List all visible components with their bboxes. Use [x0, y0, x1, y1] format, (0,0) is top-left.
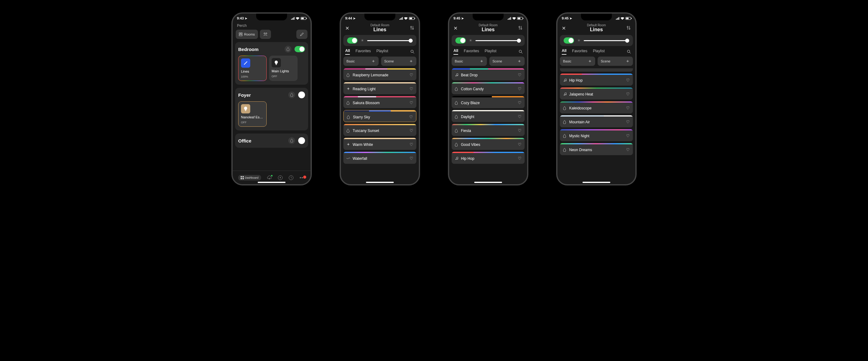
heart-icon[interactable]: ♡: [626, 106, 630, 110]
brightness-slider[interactable]: [584, 40, 629, 41]
search-icon[interactable]: [627, 50, 631, 54]
heart-icon[interactable]: ♡: [518, 73, 522, 77]
scene-item[interactable]: Raspberry Lemonade ♡: [343, 68, 416, 80]
close-button[interactable]: ✕: [562, 25, 566, 31]
home-indicator[interactable]: [258, 182, 285, 183]
location-icon: ➤: [569, 17, 572, 20]
room-brightness-button[interactable]: [298, 137, 305, 144]
scene-filter[interactable]: Scene＋: [489, 57, 525, 66]
tab-playlist[interactable]: Playlist: [593, 49, 605, 55]
tab-playlist[interactable]: Playlist: [485, 49, 496, 55]
scene-item[interactable]: ♡: [560, 68, 633, 72]
power-toggle[interactable]: [564, 37, 574, 43]
room-brightness-button[interactable]: [298, 92, 305, 98]
heart-icon[interactable]: ♡: [518, 142, 522, 147]
heart-icon[interactable]: ♡: [518, 87, 522, 91]
device-tile-lines[interactable]: Lines 100%: [238, 56, 267, 81]
heart-icon[interactable]: ♡: [409, 156, 413, 161]
scene-item[interactable]: Reading Light ♡: [343, 82, 416, 94]
heart-icon[interactable]: ♡: [518, 114, 522, 119]
scene-item[interactable]: Jalapeno Heat ♡: [560, 88, 633, 100]
group-button[interactable]: [260, 30, 271, 39]
home-indicator[interactable]: [474, 182, 502, 183]
heart-icon[interactable]: ♡: [626, 92, 630, 96]
color-button[interactable]: [288, 92, 295, 98]
heart-icon[interactable]: ♡: [626, 120, 630, 124]
room-office[interactable]: Office: [235, 133, 308, 148]
scene-item[interactable]: Starry Sky ♡: [343, 110, 416, 122]
scene-item[interactable]: Hip Hop ♡: [560, 73, 633, 86]
scene-item[interactable]: Kaleidoscope ♡: [560, 101, 633, 113]
home-indicator[interactable]: [366, 182, 394, 183]
scene-item[interactable]: Warm White ♡: [343, 138, 416, 150]
power-toggle[interactable]: [455, 37, 466, 43]
tab-favorites[interactable]: Favorites: [464, 49, 479, 55]
tab-favorites[interactable]: Favorites: [355, 49, 371, 55]
tab-all[interactable]: All: [454, 48, 458, 55]
heart-icon[interactable]: ♡: [626, 133, 630, 138]
scene-filter[interactable]: Scene＋: [598, 57, 633, 66]
settings-icon[interactable]: [626, 25, 631, 30]
scene-item[interactable]: Beat Drop ♡: [452, 68, 525, 80]
heart-icon[interactable]: ♡: [626, 147, 630, 152]
scene-item[interactable]: Daylight ♡: [452, 110, 525, 122]
scene-item[interactable]: Waterfall ♡: [343, 152, 416, 164]
nav-schedule[interactable]: [289, 175, 293, 180]
scene-filter[interactable]: Scene＋: [381, 57, 416, 66]
heart-icon[interactable]: ♡: [518, 100, 522, 105]
scene-list[interactable]: ♡ Hip Hop ♡ Jalapeno Heat ♡ Kaleidoscope…: [557, 68, 636, 184]
search-icon[interactable]: [519, 50, 523, 54]
heart-icon[interactable]: ♡: [409, 142, 413, 147]
tab-all[interactable]: All: [345, 48, 350, 55]
heart-icon[interactable]: ♡: [409, 115, 413, 119]
heart-icon[interactable]: ♡: [409, 128, 413, 133]
power-toggle[interactable]: [347, 37, 358, 43]
heart-icon[interactable]: ♡: [626, 78, 630, 83]
scene-item[interactable]: Tuscany Sunset ♡: [343, 124, 416, 136]
room-toggle[interactable]: [294, 46, 305, 52]
scene-item[interactable]: Hip Hop ♡: [452, 152, 525, 164]
device-tile-main-lights[interactable]: Main Lights OFF: [269, 56, 298, 81]
tab-playlist[interactable]: Playlist: [376, 49, 388, 55]
edit-button[interactable]: [296, 30, 308, 39]
basic-filter[interactable]: Basic＋: [452, 57, 487, 66]
settings-icon[interactable]: [409, 25, 414, 30]
room-bedroom[interactable]: Bedroom Lines 100%: [235, 42, 308, 85]
search-icon[interactable]: [410, 50, 414, 54]
tab-all[interactable]: All: [562, 48, 566, 55]
close-button[interactable]: ✕: [345, 25, 349, 31]
color-button[interactable]: [285, 46, 291, 53]
scene-item[interactable]: Sakura Blossom ♡: [343, 96, 416, 108]
rooms-button[interactable]: Rooms: [236, 30, 258, 39]
heart-icon[interactable]: ♡: [409, 100, 413, 105]
home-indicator[interactable]: [583, 182, 610, 183]
basic-filter[interactable]: Basic＋: [343, 57, 379, 66]
room-foyer[interactable]: Foyer Nanoleaf Es… OFF: [235, 88, 308, 130]
scene-item[interactable]: Good Vibes ♡: [452, 138, 525, 150]
scene-item[interactable]: Fiesta ♡: [452, 124, 525, 136]
scene-list[interactable]: Beat Drop ♡ Cotton Candy ♡ Cozy Blaze ♡ …: [449, 68, 527, 184]
nav-cloud[interactable]: [267, 175, 272, 180]
nav-explore[interactable]: [278, 175, 283, 180]
nav-more[interactable]: 1: [300, 177, 305, 178]
heart-icon[interactable]: ♡: [409, 73, 413, 77]
scene-item[interactable]: Mountain Air ♡: [560, 115, 633, 127]
scene-item[interactable]: Cozy Blaze ♡: [452, 96, 525, 108]
heart-icon[interactable]: ♡: [518, 128, 522, 133]
nav-dashboard[interactable]: Dashboard: [238, 175, 261, 180]
tab-favorites[interactable]: Favorites: [572, 49, 587, 55]
brightness-slider[interactable]: [367, 40, 413, 41]
heart-icon[interactable]: ♡: [518, 156, 522, 161]
close-button[interactable]: ✕: [454, 25, 458, 31]
scene-item[interactable]: Cotton Candy ♡: [452, 82, 525, 94]
heart-icon[interactable]: ♡: [626, 68, 630, 69]
color-button[interactable]: [288, 137, 295, 144]
scene-item[interactable]: Mystic Night ♡: [560, 129, 633, 141]
scene-list[interactable]: Raspberry Lemonade ♡ Reading Light ♡ Sak…: [341, 68, 419, 184]
settings-icon[interactable]: [518, 25, 523, 30]
scene-item[interactable]: Neon Dreams ♡: [560, 143, 633, 155]
basic-filter[interactable]: Basic＋: [560, 57, 595, 66]
brightness-slider[interactable]: [475, 40, 521, 41]
heart-icon[interactable]: ♡: [409, 87, 413, 91]
device-tile-nanoleaf[interactable]: Nanoleaf Es… OFF: [238, 101, 267, 127]
